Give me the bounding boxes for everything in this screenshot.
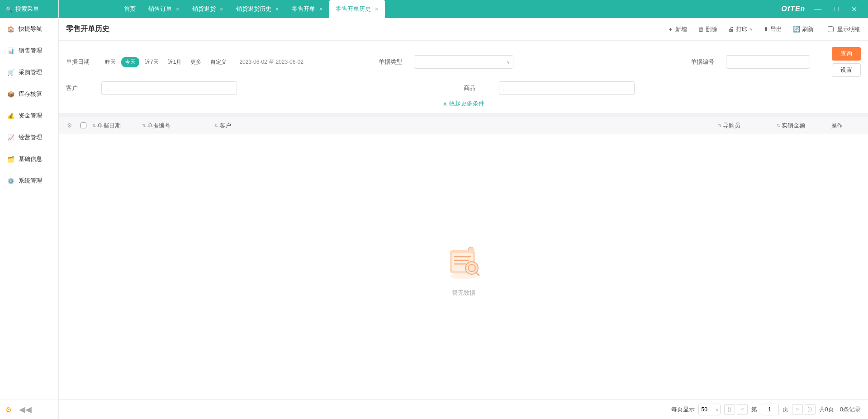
first-page-btn[interactable]: ⟨⟨ <box>724 404 735 415</box>
date-btn-yesterday[interactable]: 昨天 <box>101 57 119 67</box>
col-amount-label: 实销金额 <box>782 122 805 130</box>
add-button[interactable]: ＋ 新增 <box>665 24 690 35</box>
col-header-amount[interactable]: ⇅ 实销金额 <box>774 122 828 130</box>
table-area: ⚙ ⇅ 单据日期 ⇅ 单据编号 ⇅ 客户 ⇅ 导购员 ⇅ 实销金额 <box>59 117 868 399</box>
filter-col-goods: 商品 <box>464 81 861 95</box>
tab-sales-return-label: 销货退货 <box>192 5 216 13</box>
collapse-sidebar-icon[interactable]: ◀◀ <box>19 405 32 414</box>
next-page-btn[interactable]: ＞ <box>792 404 803 415</box>
date-btn-7days[interactable]: 近7天 <box>141 57 162 67</box>
date-btn-1month[interactable]: 近1月 <box>164 57 185 67</box>
display-detail-button[interactable]: 显示明细 <box>828 25 861 33</box>
display-detail-checkbox[interactable] <box>828 26 834 32</box>
pagination: 每页显示 10 20 50 100 ⟨⟨ ＜ 第 页 ＞ ⟩⟩ 共0页，0条记录 <box>59 399 868 419</box>
settings-button[interactable]: 设置 <box>832 63 861 77</box>
add-label: 新增 <box>675 25 687 33</box>
sidebar-item-finance[interactable]: 💰 资金管理 <box>0 105 58 127</box>
toolbar: ＋ 新增 🗑 删除 🖨 打印 ∨ ⬆ 导出 🔄 刷新 <box>665 24 861 35</box>
sidebar-item-basic-info[interactable]: 🗂️ 基础信息 <box>0 148 58 170</box>
settings-gear-icon[interactable]: ⚙ <box>5 405 12 414</box>
filter-col-type: 单据类型 <box>379 55 691 69</box>
sidebar-item-system[interactable]: ⚙️ 系统管理 <box>0 170 58 192</box>
sales-icon: 📊 <box>7 47 15 55</box>
goods-filter-input[interactable] <box>499 81 635 95</box>
page-nav: ⟨⟨ ＜ 第 页 ＞ ⟩⟩ <box>724 404 816 415</box>
col-client-label: 客户 <box>219 122 231 130</box>
col-header-num[interactable]: ⇅ 单据编号 <box>139 122 212 130</box>
col-header-client[interactable]: ⇅ 客户 <box>212 122 715 130</box>
collapse-label: 收起更多条件 <box>449 99 484 108</box>
tab-retail-history[interactable]: 零售开单历史 ✕ <box>329 0 385 18</box>
tab-sales-order[interactable]: 销售订单 ✕ <box>142 0 186 18</box>
tab-sales-return-history[interactable]: 销货退货历史 ✕ <box>230 0 285 18</box>
sidebar-item-label: 采购管理 <box>19 68 42 76</box>
brand-label: OfTEn <box>781 5 805 13</box>
sidebar-item-purchase-mgmt[interactable]: 🛒 采购管理 <box>0 61 58 83</box>
empty-illustration <box>441 236 486 282</box>
delete-button[interactable]: 🗑 删除 <box>695 24 720 35</box>
operation-icon: 📈 <box>7 133 15 141</box>
sidebar-item-quick-nav[interactable]: 🏠 快捷导航 <box>0 18 58 40</box>
tab-retail-history-close[interactable]: ✕ <box>375 6 379 12</box>
col-sort-icon: ⇅ <box>92 123 96 128</box>
date-btn-more[interactable]: 更多 <box>187 57 205 67</box>
select-all-checkbox[interactable] <box>81 122 86 128</box>
prev-page-btn[interactable]: ＜ <box>737 404 748 415</box>
date-btn-today[interactable]: 今天 <box>121 57 139 67</box>
collapse-filter-button[interactable]: ∧ 收起更多条件 <box>66 99 861 108</box>
sidebar-item-label: 库存核算 <box>19 90 42 98</box>
tab-retail-open-close[interactable]: ✕ <box>319 6 323 12</box>
page-header: 零售开单历史 ＋ 新增 🗑 删除 🖨 打印 ∨ ⬆ 导出 🔄 刷新 <box>59 18 868 41</box>
window-minimize-btn[interactable]: — <box>811 5 825 13</box>
add-icon: ＋ <box>668 25 674 33</box>
date-filter-label: 单据日期 <box>66 58 98 66</box>
tab-sales-return[interactable]: 销货退货 ✕ <box>186 0 230 18</box>
window-close-btn[interactable]: ✕ <box>848 5 861 14</box>
tab-sales-return-history-close[interactable]: ✕ <box>275 6 279 12</box>
last-page-btn[interactable]: ⟩⟩ <box>805 404 816 415</box>
col-header-date[interactable]: ⇅ 单据日期 <box>90 122 139 130</box>
date-btn-custom[interactable]: 自定义 <box>207 57 230 67</box>
action-buttons: 查询 设置 <box>832 47 861 77</box>
num-filter-input[interactable] <box>726 55 810 69</box>
tab-sales-order-close[interactable]: ✕ <box>175 6 180 12</box>
table-header-checkbox[interactable] <box>77 122 90 128</box>
basic-icon: 🗂️ <box>7 155 15 163</box>
tab-home[interactable]: 首页 <box>118 0 142 18</box>
display-detail-label: 显示明细 <box>837 25 861 33</box>
filter-area: 单据日期 昨天 今天 近7天 近1月 更多 自定义 2023-06-02 至 2… <box>59 41 868 113</box>
query-button[interactable]: 查询 <box>832 47 861 61</box>
filter-row-client: 客户 商品 <box>66 81 861 95</box>
print-button[interactable]: 🖨 打印 ∨ <box>726 24 755 35</box>
page-label-end: 页 <box>783 405 788 414</box>
type-select[interactable] <box>414 55 513 69</box>
system-icon: ⚙️ <box>7 177 15 185</box>
tab-sales-return-close[interactable]: ✕ <box>219 6 223 12</box>
sidebar-item-inventory[interactable]: 📦 库存核算 <box>0 83 58 105</box>
empty-text: 暂无数据 <box>452 289 475 297</box>
filter-col-date: 单据日期 昨天 今天 近7天 近1月 更多 自定义 2023-06-02 至 2… <box>66 57 379 67</box>
delete-icon: 🗑 <box>698 26 704 33</box>
col-header-guide[interactable]: ⇅ 导购员 <box>715 122 774 130</box>
page-size-wrap: 10 20 50 100 <box>698 404 721 415</box>
client-filter-input[interactable] <box>101 81 237 95</box>
home-icon: 🏠 <box>7 25 15 33</box>
tab-retail-history-label: 零售开单历史 <box>336 5 371 13</box>
refresh-button[interactable]: 🔄 刷新 <box>790 24 816 35</box>
sidebar-search[interactable]: 🔍 搜索采单 <box>0 0 58 18</box>
sidebar-item-sales-mgmt[interactable]: 📊 销售管理 <box>0 40 58 61</box>
page-number-input[interactable] <box>761 404 779 415</box>
page-label: 第 <box>751 405 757 414</box>
col-guide-label: 导购员 <box>723 122 740 130</box>
window-maximize-btn[interactable]: □ <box>830 5 842 13</box>
sidebar-item-operation[interactable]: 📈 经营管理 <box>0 127 58 148</box>
tab-retail-open[interactable]: 零售开单 ✕ <box>285 0 329 18</box>
col-sort-icon: ⇅ <box>214 123 218 128</box>
table-settings-icon[interactable]: ⚙ <box>62 122 77 129</box>
table-header: ⚙ ⇅ 单据日期 ⇅ 单据编号 ⇅ 客户 ⇅ 导购员 ⇅ 实销金额 <box>59 117 868 134</box>
export-button[interactable]: ⬆ 导出 <box>761 24 785 35</box>
type-select-wrap <box>414 55 513 69</box>
sidebar-search-label: 搜索采单 <box>15 5 39 13</box>
col-header-op: 操作 <box>828 122 864 130</box>
page-size-select[interactable]: 10 20 50 100 <box>698 404 721 415</box>
